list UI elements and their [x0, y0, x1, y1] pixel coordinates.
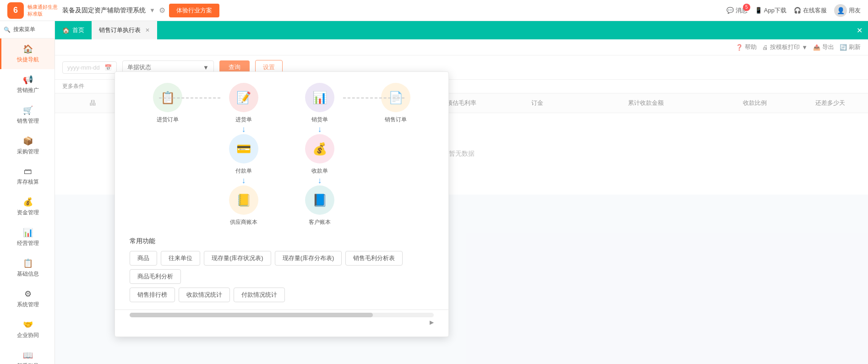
common-buttons-row2: 销售排行榜 收款情况统计 付款情况统计 [130, 288, 434, 302]
home-tab-icon: 🏠 [62, 27, 70, 34]
scroll-area: ▶ [115, 310, 448, 326]
content-area: 🏠 首页 销售订单执行表 ✕ ✕ ❓ 帮助 🖨 [55, 21, 868, 364]
purchase-bill-label: 进货单 [235, 116, 252, 124]
tab-home[interactable]: 🏠 首页 [55, 21, 92, 39]
wf-node-purchase-bill: 📝 进货单 ↓ [206, 83, 282, 134]
tab-close-all-icon[interactable]: ✕ [857, 26, 863, 35]
message-icon: 💬 [726, 7, 734, 14]
sidebar-item-inventory[interactable]: 🗃 库存核算 [0, 161, 55, 191]
receipt-bill-down-arrow: ↓ [318, 176, 322, 185]
common-functions-section: 常用功能 商品 往来单位 现存量(库存状况表) 现存量(库存分布表) 销售毛利分… [130, 237, 434, 302]
system-name: 装备及固定资产辅助管理系统 [62, 6, 146, 15]
sales-bill-down-arrow: ↓ [318, 125, 322, 134]
sidebar-item-enterprise[interactable]: 🤝 企业协同 [0, 314, 55, 345]
btn-payment-stats[interactable]: 付款情况统计 [234, 288, 285, 302]
tabbar: 🏠 首页 销售订单执行表 ✕ ✕ [55, 21, 868, 39]
logo-icon: 6 [7, 2, 24, 19]
sidebar-item-operation[interactable]: 📊 经营管理 [0, 222, 55, 253]
sidebar-search[interactable]: 🔍 搜索菜单 [0, 21, 55, 38]
sales-bill-icon: 📊 [305, 83, 334, 112]
sidebar-item-quick-guide[interactable]: 🏠 快捷导航 [0, 38, 55, 69]
search-icon: 🔍 [4, 27, 11, 33]
inventory-icon: 🗃 [24, 167, 32, 176]
btn-contacts[interactable]: 往来单位 [161, 251, 200, 266]
wf-node-sales-order: 📄 销售订单 [358, 83, 434, 124]
wf-node-supplier-ledger: 📒 供应商账本 [206, 185, 282, 226]
wf-node-customer-ledger: 📘 客户账本 [282, 185, 358, 226]
marketing-icon: 📢 [23, 75, 33, 85]
common-buttons-row1: 商品 往来单位 现存量(库存状况表) 现存量(库存分布表) 销售毛利分析表 商品… [130, 251, 434, 284]
wf-node-payment-bill: 💳 付款单 ↓ [206, 134, 282, 185]
system-dropdown-icon[interactable]: ▼ [149, 7, 155, 14]
logo-text: 畅康通好生意 标准版 [27, 4, 58, 17]
user-name: 用友 [849, 6, 861, 15]
settings-icon[interactable]: ⚙ [159, 6, 165, 15]
sidebar: 🔍 搜索菜单 🏠 快捷导航 📢 营销推广 🛒 销售管理 📦 采购管理 🗃 [0, 21, 55, 364]
sidebar-item-finance[interactable]: 💰 资金管理 [0, 191, 55, 222]
sidebar-item-system[interactable]: ⚙ 系统管理 [0, 283, 55, 314]
purchase-bill-icon: 📝 [229, 83, 258, 112]
system-info: 装备及固定资产辅助管理系统 ▼ ⚙ 体验行业方案 [62, 4, 726, 17]
enterprise-icon: 🤝 [23, 320, 33, 330]
customer-ledger-label: 客户账本 [309, 218, 331, 226]
purchase-icon: 📦 [23, 136, 33, 146]
sidebar-item-marketing[interactable]: 📢 营销推广 [0, 69, 55, 100]
home-icon: 🏠 [23, 44, 33, 54]
sales-bill-label: 销货单 [311, 116, 328, 124]
message-action[interactable]: 💬 消息 5 [726, 6, 748, 15]
app-logo: 6 畅康通好生意 标准版 [7, 2, 62, 19]
experience-button[interactable]: 体验行业方案 [169, 4, 219, 17]
topbar: 6 畅康通好生意 标准版 装备及固定资产辅助管理系统 ▼ ⚙ 体验行业方案 💬 … [0, 0, 868, 21]
payment-bill-down-arrow: ↓ [242, 176, 246, 185]
sales-icon: 🛒 [23, 105, 33, 115]
sidebar-item-purchase[interactable]: 📦 采购管理 [0, 130, 55, 161]
message-badge: 5 [743, 4, 750, 11]
receipt-bill-label: 收款单 [311, 167, 328, 175]
sidebar-item-basic-info[interactable]: 📋 基础信息 [0, 253, 55, 283]
operation-icon: 📊 [23, 228, 33, 238]
user-menu[interactable]: 👤 用友 [834, 4, 861, 17]
tab-close-icon[interactable]: ✕ [145, 27, 150, 33]
app-download-action[interactable]: 📱 App下载 [755, 6, 786, 15]
wf-node-receipt-bill: 💰 收款单 ↓ [282, 134, 358, 185]
scroll-right-icon[interactable]: ▶ [430, 319, 434, 326]
btn-receipt-stats[interactable]: 收款情况统计 [179, 288, 230, 302]
wf-node-purchase-order: 📋 进货订单 [130, 83, 206, 124]
btn-stock-status[interactable]: 现存量(库存状况表) [204, 251, 271, 266]
workflow-diagram: 📋 进货订单 📝 进货单 ↓ [130, 83, 434, 226]
horizontal-scrollbar[interactable] [130, 313, 434, 317]
modal-box: 📋 进货订单 📝 进货单 ↓ [115, 71, 449, 337]
finance-icon: 💰 [23, 197, 33, 207]
sales-order-label: 销售订单 [385, 116, 407, 124]
btn-stock-dist[interactable]: 现存量(库存分布表) [275, 251, 342, 266]
payment-bill-icon: 💳 [229, 134, 258, 163]
btn-goods-profit-analysis[interactable]: 商品毛利分析 [130, 269, 181, 284]
modal-overlay: 📋 进货订单 📝 进货单 ↓ [55, 39, 868, 364]
user-avatar: 👤 [834, 4, 847, 17]
btn-sales-profit-analysis[interactable]: 销售毛利分析表 [345, 251, 403, 266]
purchase-bill-down-arrow: ↓ [242, 125, 246, 134]
common-functions-title: 常用功能 [130, 237, 434, 245]
scrollbar-thumb [130, 313, 373, 317]
basic-info-icon: 📋 [23, 258, 33, 268]
guide-icon: 📖 [23, 350, 33, 360]
online-service-action[interactable]: 🎧 在线客服 [794, 6, 827, 15]
supplier-ledger-label: 供应商账本 [230, 218, 257, 226]
sidebar-item-sales[interactable]: 🛒 销售管理 [0, 100, 55, 130]
customer-ledger-icon: 📘 [305, 185, 334, 215]
supplier-ledger-icon: 📒 [229, 185, 258, 215]
page-content: ❓ 帮助 🖨 按模板打印 ▼ 📤 导出 🔄 刷新 [55, 39, 868, 364]
sidebar-item-guide[interactable]: 📖 新手引导 [0, 345, 55, 364]
btn-goods[interactable]: 商品 [130, 251, 157, 266]
payment-bill-label: 付款单 [235, 167, 252, 175]
topbar-right: 💬 消息 5 📱 App下载 🎧 在线客服 👤 用友 [726, 4, 861, 17]
service-icon: 🎧 [794, 7, 801, 14]
wf-node-sales-bill: 📊 销货单 ↓ [282, 83, 358, 134]
receipt-bill-icon: 💰 [305, 134, 334, 163]
download-icon: 📱 [755, 7, 762, 14]
scroll-right-btn: ▶ [130, 319, 434, 326]
tab-sales-order-exec[interactable]: 销售订单执行表 ✕ [92, 21, 157, 39]
purchase-order-label: 进货订单 [157, 116, 179, 124]
system-icon: ⚙ [24, 289, 32, 299]
btn-sales-ranking[interactable]: 销售排行榜 [130, 288, 175, 302]
